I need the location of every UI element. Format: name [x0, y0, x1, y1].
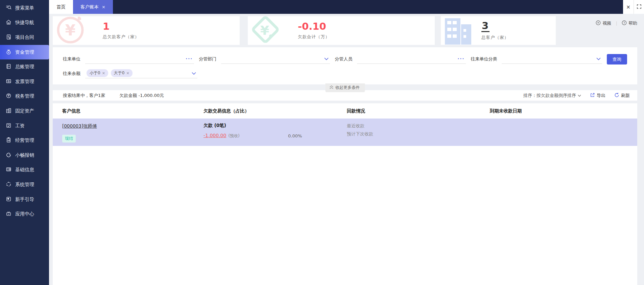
- header-customer-info: 客户信息: [62, 108, 204, 114]
- results-summary: 搜索结果中，客户1家: [63, 93, 105, 99]
- sidebar-item-newbie-guide[interactable]: 新手引导: [0, 192, 49, 207]
- table-row[interactable]: [000003]张师傅 现结 欠款 (0笔) -1,000.00 (预收): [53, 119, 637, 146]
- balance-tags: 小于0 × 大于0 ×: [87, 69, 135, 77]
- tab-home[interactable]: 首页: [49, 0, 73, 14]
- filter-field-category: 往来单位分类: [471, 55, 602, 64]
- payment-type-badge: 现结: [62, 135, 76, 142]
- svg-text:¥: ¥: [260, 23, 269, 38]
- sidebar-item-label: 资金管理: [15, 49, 34, 55]
- sidebar-item-xiaochang-reimburse[interactable]: 小畅报销: [0, 148, 49, 163]
- help-links: 视频 ｜ ? 帮助: [596, 20, 637, 26]
- sidebar-item-funds-management[interactable]: ¥ 资金管理: [0, 45, 49, 60]
- chevron-down-icon[interactable]: [324, 55, 329, 62]
- chevron-down-icon: [578, 93, 581, 98]
- close-tab-button[interactable]: ×: [623, 0, 634, 14]
- export-icon: [590, 93, 595, 99]
- export-button[interactable]: 导出: [590, 93, 605, 99]
- card-value: 3: [481, 21, 490, 32]
- sort-control[interactable]: 排序：按欠款金额倒序排序: [523, 93, 581, 99]
- ellipsis-picker-icon[interactable]: ···: [458, 56, 465, 61]
- sidebar-item-app-center[interactable]: 应用中心: [0, 207, 49, 222]
- filter-field-dept: 分管部门: [199, 55, 330, 64]
- balance-select[interactable]: 小于0 × 大于0 ×: [85, 69, 197, 78]
- filter-row-1: 往来单位 ··· 分管部门 分管人员 ···: [63, 54, 627, 64]
- filter-row-2: 往来余额 小于0 × 大于0 ×: [63, 69, 627, 78]
- dept-select[interactable]: [221, 55, 330, 64]
- ellipsis-picker-icon[interactable]: ···: [186, 56, 193, 61]
- tax-icon: [6, 93, 11, 100]
- unit-input[interactable]: ···: [85, 55, 194, 64]
- filter-field-unit: 往来单位 ···: [63, 55, 194, 64]
- contract-icon: [6, 34, 11, 41]
- person-input[interactable]: ···: [357, 55, 466, 64]
- filter-field-person: 分管人员 ···: [335, 55, 466, 64]
- results-amount: 欠款金额 -1,000.00元: [119, 93, 164, 99]
- filter-field-balance: 往来余额 小于0 × 大于0 ×: [63, 69, 197, 78]
- sidebar-item-general-ledger[interactable]: ¥ 总账管理: [0, 59, 49, 74]
- sidebar-item-label: 系统管理: [15, 182, 34, 188]
- search-icon: [6, 5, 11, 11]
- video-link[interactable]: 视频: [596, 20, 611, 26]
- tab-customer-ledger[interactable]: 客户账本 ×: [73, 0, 113, 14]
- card-label: 总客户（家）: [481, 35, 509, 41]
- help-link[interactable]: ? 帮助: [622, 20, 637, 26]
- help-label: 帮助: [628, 20, 637, 26]
- search-button[interactable]: 查询: [607, 54, 627, 64]
- sidebar-item-label: 税务管理: [15, 93, 34, 99]
- tag-close-icon[interactable]: ×: [102, 71, 105, 75]
- chevron-down-icon[interactable]: [596, 55, 601, 62]
- customer-table: 客户信息 欠款交易信息（占比） 回款情况 到期未收款日期 [000003]张师傅…: [53, 103, 637, 285]
- app-window: 搜索菜单 快捷导航 项目合同 ¥ 资金管理 ¥ 总账管理 发票管理 税务管理 固…: [0, 0, 644, 285]
- sidebar-item-fixed-assets[interactable]: 固定资产: [0, 104, 49, 119]
- chevron-down-icon[interactable]: [192, 70, 196, 76]
- tab-close-icon[interactable]: ×: [102, 4, 105, 9]
- sidebar-item-invoice-management[interactable]: 发票管理: [0, 74, 49, 89]
- field-label: 往来单位: [63, 56, 80, 64]
- sidebar-item-quick-nav[interactable]: 快捷导航: [0, 16, 49, 30]
- tab-bar-spacer: [113, 0, 623, 14]
- sidebar-item-system-management[interactable]: 系统管理: [0, 177, 49, 192]
- refresh-label: 刷新: [621, 93, 630, 99]
- invoice-icon: [6, 78, 11, 85]
- card-total-debt-customers: ¥ 1 总欠款客户（家）: [53, 16, 240, 45]
- tab-bar: 首页 客户账本 × ×: [49, 0, 644, 14]
- double-chevron-up-icon: [329, 85, 333, 90]
- tag-close-icon[interactable]: ×: [126, 71, 129, 75]
- page-content: ¥ 1 总欠款客户（家） ¥ -0.10 欠款合计（万）: [49, 14, 644, 285]
- main-area: 首页 客户账本 × × ¥ 1: [49, 0, 644, 285]
- buildings-icon: [443, 16, 475, 45]
- sidebar-item-label: 发票管理: [15, 79, 34, 85]
- refresh-button[interactable]: 刷新: [614, 93, 630, 99]
- sidebar-item-basic-info[interactable]: 基础信息: [0, 163, 49, 178]
- export-label: 导出: [597, 93, 605, 99]
- yuan-diamond-icon: ¥: [250, 16, 281, 45]
- field-label: 往来单位分类: [471, 56, 497, 64]
- fullscreen-button[interactable]: [634, 0, 644, 14]
- svg-text:¥: ¥: [65, 22, 76, 39]
- sidebar-item-tax-management[interactable]: 税务管理: [0, 89, 49, 104]
- category-select[interactable]: [502, 55, 602, 64]
- svg-text:?: ?: [623, 22, 625, 25]
- debt-amount-link[interactable]: -1,000.00: [204, 133, 226, 138]
- collapse-label: 收起更多条件: [335, 85, 360, 90]
- salary-icon: [6, 123, 11, 129]
- filter-tag-less-than-zero[interactable]: 小于0 ×: [87, 69, 108, 77]
- sidebar-item-project-contract[interactable]: 项目合同: [0, 30, 49, 45]
- sidebar-item-label: 项目合同: [15, 34, 34, 41]
- sidebar-item-salary[interactable]: 工资: [0, 119, 49, 133]
- svg-text:¥: ¥: [8, 51, 9, 54]
- card-debt-total: ¥ -0.10 欠款合计（万）: [248, 16, 435, 45]
- collapse-more-filters[interactable]: 收起更多条件: [325, 83, 365, 92]
- sidebar-item-operations-management[interactable]: 经营管理: [0, 133, 49, 148]
- sidebar-item-label: 新手引导: [15, 197, 34, 203]
- cell-debt-info: 欠款 (0笔) -1,000.00 (预收) 0.00%: [204, 123, 347, 142]
- money-bag-icon: ¥: [6, 49, 11, 56]
- customer-link[interactable]: [000003]张师傅: [62, 123, 97, 129]
- sidebar-item-search-menu[interactable]: 搜索菜单: [0, 1, 49, 16]
- filter-tag-greater-than-zero[interactable]: 大于0 ×: [111, 69, 133, 77]
- cell-overdue-date: [490, 123, 628, 142]
- refresh-icon: [614, 93, 619, 99]
- field-label: 分管部门: [199, 56, 216, 64]
- card-label: 欠款合计（万）: [298, 34, 330, 40]
- fullscreen-icon: [637, 4, 641, 10]
